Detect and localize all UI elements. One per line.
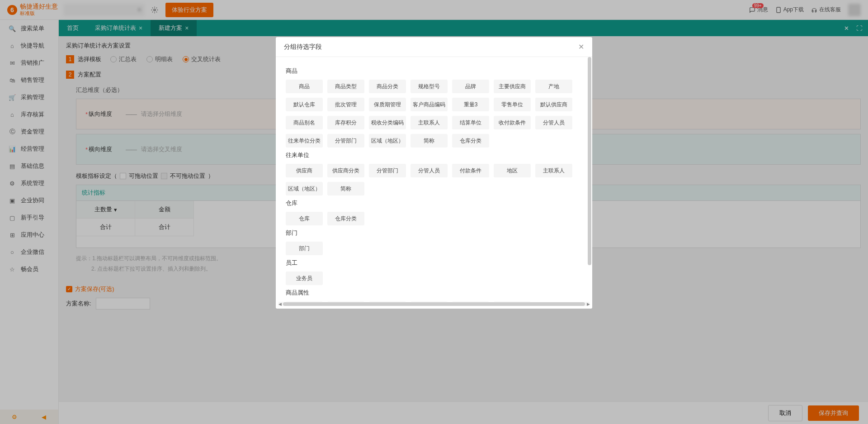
field-group-title: 部门 [286, 229, 582, 237]
field-chip[interactable]: 批次管理 [327, 98, 364, 111]
field-group-title: 商品 [286, 67, 582, 75]
field-chip[interactable]: 商品类型 [327, 80, 364, 93]
field-group-title: 商品属性 [286, 289, 582, 297]
chip-row: 供应商供应商分类分管部门分管人员付款条件地区主联系人区域（地区）简称 [286, 164, 582, 195]
field-chip[interactable]: 仓库分类 [327, 212, 364, 225]
modal-mask[interactable]: 分组待选字段 ✕ 商品商品商品类型商品分类规格型号品牌主要供应商产地默认仓库批次… [0, 0, 868, 424]
field-chip[interactable]: 供应商分类 [327, 164, 364, 177]
chip-row: 业务员 [286, 272, 582, 285]
field-chip[interactable]: 分管部门 [327, 134, 364, 148]
field-chip[interactable]: 简称 [410, 134, 448, 148]
field-chip[interactable]: 品牌 [452, 80, 489, 93]
scrollbar-horizontal[interactable]: ◀ ▶ [278, 302, 590, 306]
field-chip[interactable]: 默认供应商 [535, 98, 572, 111]
chip-row: 仓库仓库分类 [286, 212, 582, 225]
field-chip[interactable]: 业务员 [286, 272, 323, 285]
field-chip[interactable]: 结算单位 [452, 116, 489, 129]
field-selector-modal: 分组待选字段 ✕ 商品商品商品类型商品分类规格型号品牌主要供应商产地默认仓库批次… [276, 37, 592, 309]
field-chip[interactable]: 主联系人 [410, 116, 448, 129]
field-chip[interactable]: 库存积分 [327, 116, 364, 129]
field-chip[interactable]: 默认仓库 [286, 98, 323, 111]
field-chip[interactable]: 商品别名 [286, 116, 323, 129]
field-chip[interactable]: 主要供应商 [494, 80, 531, 93]
scroll-left-icon[interactable]: ◀ [278, 302, 282, 306]
field-chip[interactable]: 主联系人 [535, 164, 572, 177]
field-chip[interactable]: 区域（地区） [286, 182, 323, 195]
field-chip[interactable]: 税收分类编码 [369, 116, 406, 129]
field-chip[interactable]: 分管人员 [410, 164, 448, 177]
field-chip[interactable]: 分管部门 [369, 164, 406, 177]
field-chip[interactable]: 简称 [327, 182, 364, 195]
field-chip[interactable]: 商品分类 [369, 80, 406, 93]
field-chip[interactable]: 仓库分类 [452, 134, 489, 148]
field-chip[interactable]: 客户商品编码 [410, 98, 448, 111]
field-chip[interactable]: 规格型号 [410, 80, 448, 93]
field-chip[interactable]: 付款条件 [452, 164, 489, 177]
modal-body: 商品商品商品类型商品分类规格型号品牌主要供应商产地默认仓库批次管理保质期管理客户… [276, 57, 592, 302]
modal-header: 分组待选字段 ✕ [276, 37, 592, 57]
modal-close-icon[interactable]: ✕ [578, 43, 584, 51]
field-chip[interactable]: 收付款条件 [494, 116, 531, 129]
field-group-title: 仓库 [286, 199, 582, 207]
scrollbar-vertical[interactable] [588, 57, 591, 302]
field-chip[interactable]: 往来单位分类 [286, 134, 323, 148]
field-chip[interactable]: 地区 [494, 164, 531, 177]
field-chip[interactable]: 供应商 [286, 164, 323, 177]
field-chip[interactable]: 零售单位 [494, 98, 531, 111]
field-chip[interactable]: 保质期管理 [369, 98, 406, 111]
field-chip[interactable]: 重量3 [452, 98, 489, 111]
field-chip[interactable]: 区域（地区） [369, 134, 406, 148]
field-group-title: 往来单位 [286, 151, 582, 159]
chip-row: 商品商品类型商品分类规格型号品牌主要供应商产地默认仓库批次管理保质期管理客户商品… [286, 80, 582, 148]
scrollbar-thumb[interactable] [588, 57, 591, 265]
scroll-right-icon[interactable]: ▶ [586, 302, 590, 306]
field-chip[interactable]: 商品 [286, 80, 323, 93]
chip-row: 部门 [286, 242, 582, 255]
field-chip[interactable]: 仓库 [286, 212, 323, 225]
scrollbar-thumb[interactable] [283, 302, 585, 306]
field-chip[interactable]: 部门 [286, 242, 323, 255]
field-chip[interactable]: 分管人员 [535, 116, 572, 129]
field-chip[interactable]: 产地 [535, 80, 572, 93]
modal-title: 分组待选字段 [284, 43, 322, 51]
field-group-title: 员工 [286, 259, 582, 267]
